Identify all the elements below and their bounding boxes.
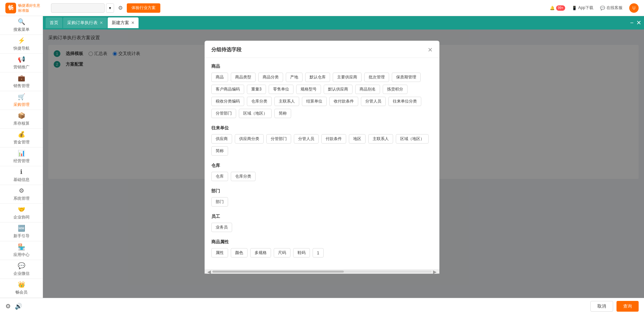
chip-付款条件[interactable]: 付款条件 <box>321 134 346 143</box>
sidebar-item-finance[interactable]: 💰 资金管理 <box>0 129 43 147</box>
chip-规格型号[interactable]: 规格型号 <box>296 84 321 94</box>
modal-close-button[interactable]: ✕ <box>428 46 433 53</box>
chip-默认仓库[interactable]: 默认仓库 <box>305 72 330 82</box>
sidebar: 🔍 搜索菜单 ⚡ 快捷导航 📢 营销推广 💼 销售管理 🛒 采购管理 📦 库存核… <box>0 16 43 314</box>
sidebar-item-collab[interactable]: 🤝 企业协同 <box>0 204 43 223</box>
chip-仓库分类[interactable]: 仓库分类 <box>247 97 272 106</box>
confirm-button[interactable]: 查询 <box>616 301 639 312</box>
chip-零售单位[interactable]: 零售单位 <box>269 84 293 94</box>
chip-区域（地区）[interactable]: 区域（地区） <box>239 109 272 118</box>
hscroll-track <box>212 271 432 273</box>
chip-简称[interactable]: 简称 <box>274 109 291 118</box>
chip-尺码[interactable]: 尺码 <box>274 248 290 257</box>
chip-业务员[interactable]: 业务员 <box>211 223 232 232</box>
chip-供应商分类[interactable]: 供应商分类 <box>235 134 264 143</box>
chip-多规格[interactable]: 多规格 <box>250 248 271 257</box>
chip-商品类型[interactable]: 商品类型 <box>231 72 256 82</box>
chip-供应商[interactable]: 供应商 <box>211 134 232 143</box>
sidebar-item-operations[interactable]: 📊 经营管理 <box>0 147 43 166</box>
chip-税收分类编码[interactable]: 税收分类编码 <box>211 97 244 106</box>
sidebar-item-quick-nav[interactable]: ⚡ 快捷导航 <box>0 35 43 54</box>
search-input[interactable] <box>51 3 105 13</box>
hscroll-thumb[interactable] <box>212 271 344 273</box>
chip-往来单位分类[interactable]: 往来单位分类 <box>388 97 421 106</box>
sidebar-item-search[interactable]: 🔍 搜索菜单 <box>0 16 43 35</box>
logo-icon: 畅 <box>5 3 16 13</box>
wechat-icon: 💬 <box>18 262 25 269</box>
cancel-button[interactable]: 取消 <box>590 301 613 312</box>
sales-icon: 💼 <box>18 74 25 82</box>
bottom-toolbar: ⚙ 🔊 取消 查询 <box>0 298 644 314</box>
trial-button[interactable]: 体验行业方案 <box>127 3 160 13</box>
chip-部门[interactable]: 部门 <box>211 197 228 206</box>
modal-hscroll[interactable]: ◀ ▶ <box>205 269 439 273</box>
sidebar-item-member[interactable]: 👑 畅会员 <box>0 279 43 298</box>
online-service-item[interactable]: 💬 在线客服 <box>600 5 623 11</box>
chip-属性[interactable]: 属性 <box>211 248 228 257</box>
sidebar-item-app-center[interactable]: 🏪 应用中心 <box>0 241 43 260</box>
chip-仓库[interactable]: 仓库 <box>211 172 228 181</box>
tab-home[interactable]: 首页 <box>46 17 62 28</box>
bottom-audio-icon[interactable]: 🔊 <box>15 303 22 310</box>
section-title-商品: 商品 <box>211 63 433 69</box>
finance-icon: 💰 <box>18 131 25 138</box>
system-icon: ⚙ <box>19 187 24 194</box>
bottom-settings-icon[interactable]: ⚙ <box>5 303 11 310</box>
sidebar-item-marketing[interactable]: 📢 营销推广 <box>0 54 43 72</box>
sidebar-item-system[interactable]: ⚙ 系统管理 <box>0 185 43 204</box>
chip-地区[interactable]: 地区 <box>349 134 366 143</box>
chip-保质期管理[interactable]: 保质期管理 <box>392 72 421 82</box>
chip-简称[interactable]: 简称 <box>211 146 228 155</box>
operations-icon: 📊 <box>18 149 25 157</box>
chip-重量3[interactable]: 重量3 <box>247 84 266 94</box>
chip-拣货积分[interactable]: 拣货积分 <box>383 84 408 94</box>
sidebar-item-wechat[interactable]: 💬 企业微信 <box>0 260 43 279</box>
chip-批次管理[interactable]: 批次管理 <box>364 72 389 82</box>
chip-主联系人[interactable]: 主联系人 <box>274 97 299 106</box>
logo-text: 畅捷通好生意 标准版 <box>18 3 40 13</box>
section-商品: 商品商品商品类型商品分类产地默认仓库主要供应商批次管理保质期管理客户商品编码重量… <box>211 63 433 118</box>
tab-close-all-icon[interactable]: ✕ <box>636 19 641 26</box>
tab-new-plan-close-icon[interactable]: ✕ <box>131 20 135 25</box>
chip-默认供应商[interactable]: 默认供应商 <box>324 84 353 94</box>
chip-主要供应商[interactable]: 主要供应商 <box>333 72 362 82</box>
section-部门: 部门部门 <box>211 188 433 206</box>
sidebar-item-basic-info[interactable]: ℹ 基础信息 <box>0 166 43 185</box>
chip-产地[interactable]: 产地 <box>286 72 303 82</box>
chip-分管部门[interactable]: 分管部门 <box>266 134 291 143</box>
sidebar-item-guide[interactable]: 🆕 新手引导 <box>0 223 43 241</box>
chip-客户商品编码[interactable]: 客户商品编码 <box>211 84 244 94</box>
chip-结算单位[interactable]: 结算单位 <box>302 97 327 106</box>
chip-分管人员[interactable]: 分管人员 <box>294 134 319 143</box>
sidebar-item-inventory[interactable]: 📦 库存核算 <box>0 110 43 129</box>
hscroll-right-icon[interactable]: ▶ <box>432 269 438 274</box>
chip-鞋码[interactable]: 鞋码 <box>293 248 310 257</box>
chip-仓库分类[interactable]: 仓库分类 <box>231 172 256 181</box>
section-title-往来单位: 往来单位 <box>211 125 433 131</box>
chip-分管人员[interactable]: 分管人员 <box>361 97 386 106</box>
chip-商品[interactable]: 商品 <box>211 72 228 82</box>
chip-主联系人[interactable]: 主联系人 <box>368 134 393 143</box>
chip-1[interactable]: 1 <box>313 248 324 257</box>
app-center-icon: 🏪 <box>18 243 25 251</box>
tab-purchase-order[interactable]: 采购订单执行表 ✕ <box>63 17 107 28</box>
collab-icon: 🤝 <box>18 206 25 213</box>
tab-minimize-icon[interactable]: − <box>630 19 634 26</box>
tab-new-plan[interactable]: 新建方案 ✕ <box>108 17 139 28</box>
hscroll-left-icon[interactable]: ◀ <box>206 269 212 274</box>
chip-收付款条件[interactable]: 收付款条件 <box>329 97 358 106</box>
app-download-item[interactable]: 📱 App下载 <box>572 5 593 11</box>
search-dropdown[interactable]: ▾ <box>106 3 114 13</box>
user-avatar[interactable]: U <box>629 3 639 13</box>
tab-purchase-close-icon[interactable]: ✕ <box>100 20 103 25</box>
tabs-bar: 首页 采购订单执行表 ✕ 新建方案 ✕ − ✕ <box>43 16 644 29</box>
settings-icon[interactable]: ⚙ <box>118 5 123 11</box>
chip-商品别名[interactable]: 商品别名 <box>355 84 380 94</box>
chip-分管部门[interactable]: 分管部门 <box>211 109 236 118</box>
notification-item[interactable]: 🔔 99+ <box>550 5 565 11</box>
sidebar-item-purchase[interactable]: 🛒 采购管理 <box>0 91 43 110</box>
chip-区域（地区）[interactable]: 区域（地区） <box>396 134 429 143</box>
sidebar-item-sales[interactable]: 💼 销售管理 <box>0 72 43 91</box>
chip-商品分类[interactable]: 商品分类 <box>258 72 283 82</box>
chip-颜色[interactable]: 颜色 <box>231 248 248 257</box>
